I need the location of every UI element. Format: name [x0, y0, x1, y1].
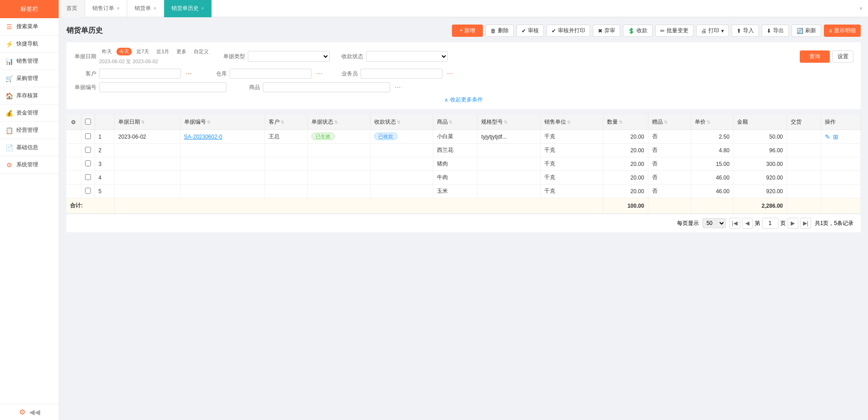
row-checkbox[interactable] — [85, 174, 91, 180]
tab-sales-goods[interactable]: 销货单 × — [127, 0, 164, 17]
query-button[interactable]: 查询 — [800, 50, 830, 63]
th-qty[interactable]: 数量⇅ — [603, 115, 648, 130]
pay-status-select[interactable] — [366, 51, 448, 62]
th-pay-status[interactable]: 收款状态⇅ — [370, 115, 433, 130]
review-print-button[interactable]: ✔ 审核并打印 — [547, 25, 590, 37]
show-detail-button[interactable]: ≡ 显示明细 — [824, 25, 861, 37]
td-checkbox[interactable] — [81, 171, 95, 185]
page-size-select[interactable]: 50 100 — [702, 218, 726, 228]
th-gear[interactable]: ⚙ — [66, 115, 81, 130]
select-all-checkbox[interactable] — [85, 119, 91, 125]
sidebar-item-purchase-mgmt[interactable]: 🛒 采购管理 — [0, 70, 59, 87]
doc-type-select[interactable] — [248, 51, 330, 62]
abandon-button[interactable]: ✖ 弃审 — [593, 25, 620, 37]
td-price: 15.00 — [691, 157, 733, 171]
doc-no-input[interactable] — [99, 82, 226, 92]
td-checkbox[interactable] — [81, 157, 95, 171]
th-checkbox[interactable] — [81, 115, 95, 130]
th-price[interactable]: 单价⇅ — [691, 115, 733, 130]
import-button[interactable]: ⬆ 导入 — [732, 25, 759, 37]
sidebar-item-quick-nav[interactable]: ⚡ 快捷导航 — [0, 35, 59, 53]
tab-sales-history[interactable]: 销货单历史 × — [164, 0, 212, 17]
sidebar-item-sales-mgmt[interactable]: 📊 销售管理 — [0, 53, 59, 70]
td-pay-status — [370, 171, 433, 185]
export-button[interactable]: ⬇ 导出 — [762, 25, 789, 37]
warehouse-input[interactable] — [230, 69, 311, 79]
pay-status-label: 收款状态 — [341, 53, 363, 60]
sidebar-item-finance[interactable]: 💰 资金管理 — [0, 105, 59, 122]
review-button[interactable]: ✔ 审核 — [517, 25, 544, 37]
td-amount: 300.00 — [733, 157, 787, 171]
collect-button[interactable]: 💲 收款 — [623, 25, 652, 37]
collapse-button[interactable]: ∧ 收起更多条件 — [74, 96, 853, 104]
row-checkbox[interactable] — [85, 147, 91, 153]
td-price: 46.00 — [691, 171, 733, 185]
shortcut-1month[interactable]: 近1月 — [154, 48, 172, 55]
refresh-button[interactable]: 🔄 刷新 — [792, 25, 821, 37]
batch-change-button[interactable]: ✏ 批量变更 — [655, 25, 693, 37]
sidebar-item-system-mgmt[interactable]: ⚙ 系统管理 — [0, 156, 59, 174]
shortcut-custom[interactable]: 自定义 — [191, 48, 211, 55]
action-icon[interactable]: ✎ — [825, 133, 830, 140]
next-page-button[interactable]: ▶ — [788, 218, 798, 229]
sidebar-item-search-menu[interactable]: ☰ 搜索菜单 — [0, 18, 59, 35]
delete-button[interactable]: 🗑 删除 — [486, 25, 514, 37]
td-checkbox[interactable] — [81, 144, 95, 157]
prev-page-button[interactable]: ◀ — [742, 218, 753, 229]
filter-warehouse: 仓库 ··· — [204, 69, 324, 79]
shortcut-today[interactable]: 今天 — [116, 48, 132, 55]
last-page-button[interactable]: ▶| — [800, 218, 811, 229]
customer-dots[interactable]: ··· — [184, 70, 193, 78]
th-unit[interactable]: 销售单位⇅ — [540, 115, 603, 130]
th-doc-no[interactable]: 单据编号⇅ — [180, 115, 265, 130]
action-icon[interactable]: ⊞ — [833, 133, 838, 140]
shortcut-yesterday[interactable]: 昨天 — [99, 48, 115, 55]
tab-sales-order[interactable]: 销售订单 × — [85, 0, 127, 17]
th-date[interactable]: 单据日期⇅ — [115, 115, 180, 130]
row-checkbox[interactable] — [85, 188, 91, 194]
sidebar-item-inventory[interactable]: 🏠 库存核算 — [0, 87, 59, 105]
filter-goods: 商品 ··· — [237, 82, 402, 92]
print-button[interactable]: 🖨 打印 ▾ — [696, 25, 729, 37]
goods-input[interactable] — [263, 82, 390, 92]
tab-close-sales-goods[interactable]: × — [154, 6, 156, 11]
warehouse-dots[interactable]: ··· — [314, 70, 324, 78]
customer-input[interactable] — [99, 69, 181, 79]
td-gear — [66, 185, 81, 198]
sidebar-collapse-icon[interactable]: ◀◀ — [29, 408, 40, 416]
th-goods[interactable]: 商品⇅ — [433, 115, 477, 130]
close-all-tabs-button[interactable]: × — [854, 5, 868, 12]
doc-no-link[interactable]: SA-20230602-0 — [184, 134, 222, 140]
filter-pay-status: 收款状态 — [341, 51, 448, 62]
td-doc-no[interactable]: SA-20230602-0 — [180, 130, 265, 144]
sidebar-item-operations[interactable]: 📋 经营管理 — [0, 122, 59, 139]
td-doc-no[interactable] — [180, 171, 265, 185]
shortcut-more[interactable]: 更多 — [174, 48, 189, 55]
date-range-value: 2023-06-02 至 2023-06-02 — [99, 58, 211, 65]
sidebar-item-basic-info[interactable]: 📄 基础信息 — [0, 139, 59, 156]
shortcut-7days[interactable]: 近7天 — [134, 48, 152, 55]
first-page-button[interactable]: |◀ — [729, 218, 740, 229]
page-number-input[interactable] — [762, 218, 778, 229]
row-checkbox[interactable] — [85, 133, 91, 139]
td-doc-no[interactable] — [180, 185, 265, 198]
td-doc-no[interactable] — [180, 144, 265, 157]
td-doc-no[interactable] — [180, 157, 265, 171]
th-gift[interactable]: 赠品⇅ — [648, 115, 691, 130]
agent-dots[interactable]: ··· — [445, 70, 455, 78]
td-checkbox[interactable] — [81, 130, 95, 144]
td-checkbox[interactable] — [81, 185, 95, 198]
new-button[interactable]: + 新增 — [452, 25, 483, 37]
tab-close-sales-order[interactable]: × — [117, 6, 120, 11]
collect-label: 收款 — [637, 27, 647, 35]
th-customer[interactable]: 客户⇅ — [265, 115, 307, 130]
agent-input[interactable] — [361, 69, 442, 79]
th-spec-type[interactable]: 规格型号⇅ — [477, 115, 540, 130]
goods-dots[interactable]: ··· — [393, 83, 402, 91]
row-checkbox[interactable] — [85, 160, 91, 166]
settings-button[interactable]: 设置 — [833, 50, 853, 63]
sidebar-settings-icon[interactable]: ⚙ — [19, 408, 25, 416]
th-doc-status[interactable]: 单据状态⇅ — [307, 115, 370, 130]
tab-home[interactable]: 首页 — [59, 0, 85, 17]
tab-close-sales-history[interactable]: × — [201, 6, 204, 11]
